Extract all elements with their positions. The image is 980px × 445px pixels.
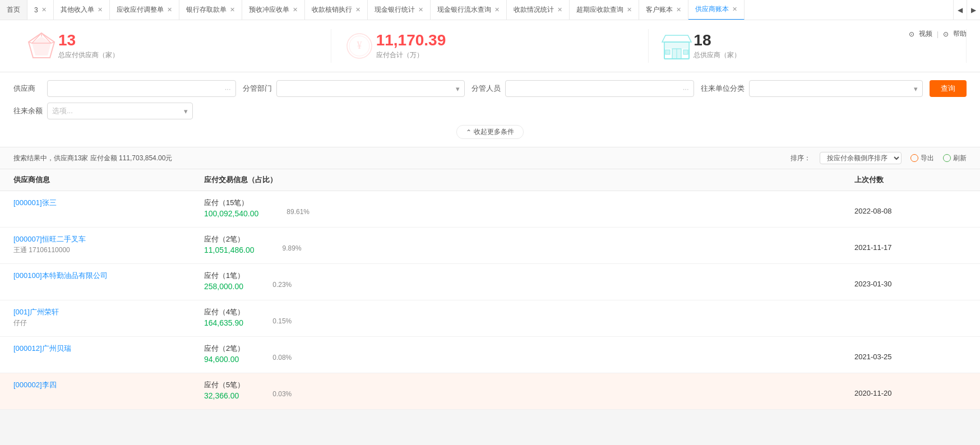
summary-card-payable-suppliers: 13 总应付供应商（家） [13,29,331,63]
transaction-amount-1[interactable]: 11,051,486.00 [204,245,255,254]
transaction-label-4: 应付（2笔） [204,344,244,354]
transaction-amount-5[interactable]: 32,366.00 [204,391,239,400]
video-link[interactable]: 视频 [919,29,932,39]
nav-tab-bank[interactable]: 银行存取款单 ✕ [179,0,242,20]
supplier-link-2[interactable]: [000100]本特勤油品有限公司 [13,271,108,280]
nav-tab-3[interactable]: 3 ✕ [27,0,54,20]
category-select[interactable]: ▾ [749,80,923,97]
search-row-2: 往来余额 选项... ▾ [13,103,967,119]
close-tab-supplier-ledger[interactable]: ✕ [732,6,737,13]
svg-rect-18 [683,50,688,54]
table-row: [000012]广州贝瑞 应付（2笔） 94,600.00 0.08% 2021… [0,337,980,373]
table-row-inner: [000100]本特勤油品有限公司 应付（1笔） 258,000.00 0.23… [0,264,980,300]
table-row-inner: [000001]张三 应付（15笔） 100,092,540.00 89.61%… [0,191,980,227]
nav-tab-payment-stats[interactable]: 收款情况统计 ✕ [507,0,570,20]
table-row: [000007]恒旺二手叉车 王通 17106110000 应付（2笔） 11,… [0,228,980,264]
transaction-amount-0[interactable]: 100,092,540.00 [204,209,258,218]
nav-tab-customer-ledger[interactable]: 客户账本 ✕ [639,0,688,20]
summary-text-payable-total: 11,170.39 应付合计（万） [376,33,446,60]
nav-next-arrow[interactable]: ▶ [967,0,980,20]
balance-select[interactable]: 选项... ▾ [47,103,193,119]
export-button[interactable]: 导出 [910,154,934,163]
diamond-icon-2: ¥ [343,29,376,63]
transaction-row-2: 258,000.00 [204,281,244,291]
transaction-left-4: 应付（2笔） 94,600.00 [204,344,244,364]
supplier-link-3[interactable]: [001]广州荣轩 [13,308,59,316]
nav-tab-other-income[interactable]: 其他收入单 ✕ [54,0,110,20]
transaction-amount-4[interactable]: 94,600.00 [204,355,239,364]
payable-suppliers-label: 总应付供应商（家） [58,50,119,60]
close-tab-payment-stats[interactable]: ✕ [557,6,562,13]
help-link[interactable]: 帮助 [953,29,967,39]
nav-tab-cash-flow[interactable]: 现金银行流水查询 ✕ [431,0,507,20]
nav-tab-cash-stats[interactable]: 现金银行统计 ✕ [368,0,431,20]
table-row-inner: [000012]广州贝瑞 应付（2笔） 94,600.00 0.08% 2021… [0,337,980,373]
search-field-balance: 往来余额 选项... ▾ [13,103,193,119]
close-tab-prepay[interactable]: ✕ [293,6,298,13]
transaction-info-4: 应付（2笔） 94,600.00 0.08% [204,344,854,364]
search-section: 供应商 ··· 分管部门 ▾ 分管人员 ··· 往来单位分类 ▾ [0,72,980,147]
refresh-icon [943,154,951,162]
nav-tab-collection[interactable]: 收款核销执行 ✕ [305,0,368,20]
transaction-label-5: 应付（5笔） [204,380,244,390]
transaction-amount-2[interactable]: 258,000.00 [204,282,243,291]
supplier-link-4[interactable]: [000012]广州贝瑞 [13,344,71,353]
collapse-chevron-icon: ⌃ [466,128,471,136]
supplier-link-0[interactable]: [000001]张三 [13,198,57,207]
svg-rect-12 [664,42,689,49]
nav-tab-overdue[interactable]: 超期应收款查询 ✕ [570,0,639,20]
table-row: [000002]李四 应付（5笔） 32,366.00 0.03% 2020-1… [0,373,980,410]
nav-tab-supplier-ledger[interactable]: 供应商账本 ✕ [688,0,745,20]
transaction-row-4: 94,600.00 [204,354,244,364]
header-supplier: 供应商信息 [13,175,204,185]
result-bar-text: 搜索结果中，供应商13家 应付金额 111,703,854.00元 [13,154,172,163]
nav-tab-home[interactable]: 首页 [0,0,27,20]
transaction-percent-4: 0.08% [272,354,292,361]
balance-label: 往来余额 [13,106,43,116]
close-tab-adjustment[interactable]: ✕ [167,6,172,13]
supplier-input[interactable]: ··· [47,80,236,97]
transaction-info-3: 应付（4笔） 164,635.90 0.15% [204,307,854,327]
close-tab-overdue[interactable]: ✕ [627,6,632,13]
close-tab-cash-stats[interactable]: ✕ [418,6,423,13]
collapse-button[interactable]: ⌃ 收起更多条件 [456,125,524,139]
nav-prev-arrow[interactable]: ◀ [953,0,967,20]
supplier-info-5: [000002]李四 [13,380,204,390]
nav-arrows: ◀ ▶ [953,0,980,20]
transaction-label-3: 应付（4笔） [204,307,244,317]
close-tab-cash-flow[interactable]: ✕ [494,6,500,13]
video-icon: ⊙ [909,30,914,38]
close-tab-bank[interactable]: ✕ [230,6,235,13]
category-chevron-icon: ▾ [914,85,918,93]
summary-text-payable-suppliers: 13 总应付供应商（家） [58,33,119,60]
diamond-icon-1 [25,29,58,63]
transaction-row-1: 11,051,486.00 [204,244,255,254]
close-tab-3[interactable]: ✕ [41,6,47,13]
close-tab-customer-ledger[interactable]: ✕ [676,6,681,13]
payable-total-label: 应付合计（万） [376,50,446,60]
sort-select[interactable]: 按应付余额倒序排序 [820,152,902,164]
close-tab-collection[interactable]: ✕ [355,6,360,13]
supplier-link-5[interactable]: [000002]李四 [13,381,57,389]
supplier-link-1[interactable]: [000007]恒旺二手叉车 [13,235,86,243]
summary-section: 13 总应付供应商（家） ¥ 11,170.39 应付合计（万） [0,20,980,72]
search-field-supplier: 供应商 ··· [13,80,236,97]
transaction-amount-3[interactable]: 164,635.90 [204,318,243,327]
lastpay-info-1: 2021-11-17 [854,234,967,252]
summary-card-payable-total: ¥ 11,170.39 应付合计（万） [331,29,649,63]
table-section: 供应商信息 应付交易信息（占比） 上次付数 [000001]张三 应付（15笔）… [0,169,980,410]
close-tab-other-income[interactable]: ✕ [98,6,103,13]
dept-chevron-icon: ▾ [456,85,460,93]
transaction-left-0: 应付（15笔） 100,092,540.00 [204,198,258,218]
export-icon [910,154,918,162]
nav-tab-adjustment[interactable]: 应收应付调整单 ✕ [110,0,179,20]
refresh-button[interactable]: 刷新 [943,154,967,163]
dept-select[interactable]: ▾ [276,80,465,97]
supplier-info-4: [000012]广州贝瑞 [13,344,204,354]
nav-tab-prepay[interactable]: 预收冲应收单 ✕ [242,0,305,20]
header-lastpay: 上次付数 [854,175,967,185]
query-button[interactable]: 查询 [930,80,967,97]
person-input[interactable]: ··· [505,80,694,97]
transaction-info-0: 应付（15笔） 100,092,540.00 89.61% [204,198,854,218]
total-suppliers-count: 18 [694,33,741,48]
